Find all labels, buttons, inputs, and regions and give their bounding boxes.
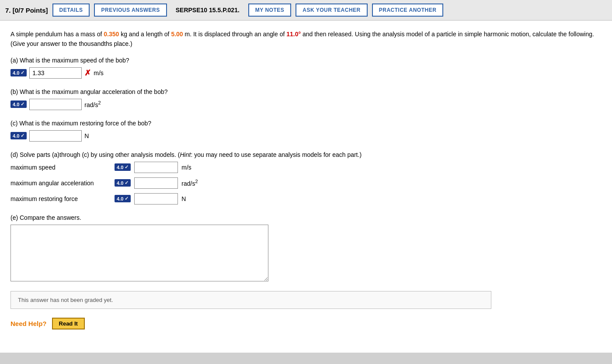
main-content: A simple pendulum has a mass of 0.350 kg… (0, 21, 612, 353)
length-value: 5.00 (171, 31, 183, 38)
part-d-row-speed: maximum speed 4.0 ✓ m/s (10, 162, 602, 173)
part-d-angular-check-icon: ✓ (125, 180, 129, 186)
header-bar: 7. [0/7 Points] DETAILS PREVIOUS ANSWERS… (0, 0, 612, 21)
problem-text-before-length: kg and a length of (119, 31, 171, 38)
read-it-button[interactable]: Read It (52, 318, 85, 329)
part-c-check-icon: ✓ (21, 133, 24, 139)
part-b-unit: rad/s2 (84, 100, 101, 108)
question-id: SERPSE10 15.5.P.021. (176, 7, 240, 14)
part-c-section: (c) What is the maximum restoring force … (10, 120, 602, 142)
part-d-force-badge-label: 4.0 (117, 196, 123, 201)
part-a-unit: m/s (94, 69, 104, 76)
part-e-label: (e) Compare the answers. (10, 214, 602, 221)
part-b-input[interactable] (29, 99, 82, 110)
part-d-label: (d) Solve parts (a)through (c) by using … (10, 151, 602, 158)
part-d-angular-input[interactable] (134, 177, 178, 189)
part-a-label: (a) What is the maximum speed of the bob… (10, 57, 602, 64)
part-d-row-force: maximum restoring force 4.0 ✓ N (10, 193, 602, 205)
part-c-answer-row: 4.0 ✓ N (10, 130, 602, 142)
part-a-badge: 4.0 ✓ (10, 69, 27, 76)
problem-text-before-angle: m. It is displaced through an angle of (183, 31, 287, 38)
part-d-force-input[interactable] (134, 193, 178, 205)
part-d-speed-unit: m/s (181, 164, 191, 171)
part-d-force-badge: 4.0 ✓ (115, 195, 131, 202)
part-b-label: (b) What is the maximum angular accelera… (10, 88, 602, 95)
problem-text: A simple pendulum has a mass of 0.350 kg… (10, 29, 602, 49)
part-a-check-icon: ✓ (21, 70, 24, 76)
part-a-answer-row: 4.0 ✓ ✗ m/s (10, 67, 602, 79)
grading-box: This answer has not been graded yet. (10, 291, 491, 309)
mass-value: 0.350 (104, 31, 119, 38)
previous-answers-button[interactable]: PREVIOUS ANSWERS (94, 3, 167, 17)
part-d-angular-badge: 4.0 ✓ (115, 179, 131, 187)
part-d-angular-label: maximum angular acceleration (10, 180, 111, 187)
practice-another-button[interactable]: PRACTICE ANOTHER (372, 3, 444, 17)
part-e-section: (e) Compare the answers. (10, 214, 602, 281)
angle-value: 11.0° (286, 31, 301, 38)
part-b-check-icon: ✓ (21, 101, 24, 107)
part-d-table: maximum speed 4.0 ✓ m/s maximum angular … (10, 162, 602, 205)
part-a-section: (a) What is the maximum speed of the bob… (10, 57, 602, 79)
part-d-speed-badge: 4.0 ✓ (115, 163, 131, 171)
part-d-speed-label: maximum speed (10, 164, 111, 171)
part-d-speed-badge-label: 4.0 (117, 165, 123, 170)
part-c-badge: 4.0 ✓ (10, 132, 27, 139)
part-d-angular-unit: rad/s2 (181, 179, 198, 187)
need-help-label: Need Help? (10, 320, 47, 327)
part-d-section: (d) Solve parts (a)through (c) by using … (10, 151, 602, 205)
problem-text-before-mass: A simple pendulum has a mass of (10, 31, 104, 38)
my-notes-button[interactable]: MY NOTES (248, 3, 291, 17)
part-a-badge-label: 4.0 (13, 70, 19, 76)
part-d-angular-badge-label: 4.0 (117, 180, 123, 186)
grading-notice-text: This answer has not been graded yet. (18, 297, 113, 303)
part-c-unit: N (84, 132, 89, 139)
part-c-label: (c) What is the maximum restoring force … (10, 120, 602, 127)
part-d-force-check-icon: ✓ (125, 196, 129, 201)
part-d-speed-input[interactable] (134, 162, 178, 173)
part-d-speed-check-icon: ✓ (125, 164, 129, 170)
question-label: 7. [0/7 Points] (5, 7, 48, 14)
part-d-force-unit: N (181, 195, 186, 202)
part-a-wrong-icon: ✗ (84, 68, 91, 78)
details-button[interactable]: DETAILS (52, 3, 90, 17)
part-d-force-label: maximum restoring force (10, 195, 111, 202)
part-b-badge: 4.0 ✓ (10, 101, 27, 108)
part-b-section: (b) What is the maximum angular accelera… (10, 88, 602, 110)
need-help-section: Need Help? Read It (10, 318, 602, 329)
part-c-input[interactable] (29, 130, 82, 142)
part-d-row-angular: maximum angular acceleration 4.0 ✓ rad/s… (10, 177, 602, 189)
part-b-answer-row: 4.0 ✓ rad/s2 (10, 99, 602, 110)
part-e-textarea[interactable] (10, 225, 268, 281)
ask-teacher-button[interactable]: ASK YOUR TEACHER (296, 3, 367, 17)
part-a-input[interactable] (29, 67, 82, 79)
part-c-badge-label: 4.0 (13, 133, 19, 139)
part-b-badge-label: 4.0 (13, 102, 19, 107)
